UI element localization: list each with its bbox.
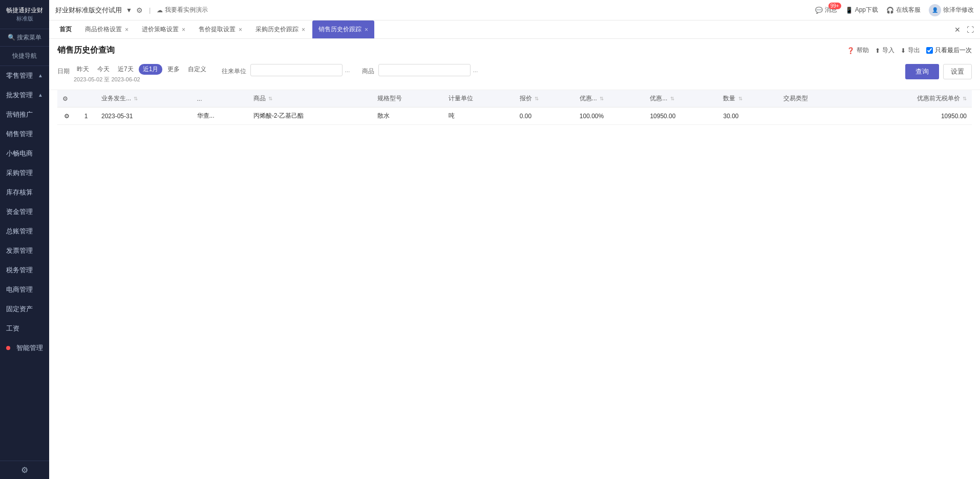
gear-icon[interactable]: ⚙ [62, 95, 68, 102]
gear-icon[interactable]: ⚙ [21, 465, 28, 475]
row-qty: 30.00 [718, 107, 778, 125]
user-name: 徐泽华修改 [943, 6, 974, 14]
sidebar-item-wholesale[interactable]: 批发管理 ▲ [0, 85, 49, 105]
col-discount2[interactable]: 优惠... ⇅ [645, 90, 718, 107]
last-only-checkbox[interactable] [926, 47, 933, 54]
col-price[interactable]: 报价 ⇅ [515, 90, 574, 107]
date-btn-more[interactable]: 更多 [164, 64, 183, 75]
quick-nav-label[interactable]: 快捷导航 [0, 49, 49, 63]
divider: | [149, 6, 151, 14]
tabbar: 首页 商品价格设置 × 进价策略设置 × 售价提取设置 × 采购历史价跟踪 × … [49, 20, 980, 39]
row-gear[interactable]: ⚙ [57, 107, 76, 125]
settings-button[interactable]: 设置 [943, 64, 972, 79]
sidebar-item-purchase[interactable]: 采购管理 [0, 163, 49, 183]
help-btn[interactable]: ❓ 帮助 [847, 46, 869, 55]
module-dropdown[interactable]: ▼ [126, 7, 132, 14]
close-icon[interactable]: × [182, 26, 185, 33]
query-button[interactable]: 查询 [905, 64, 939, 79]
export-icon: ⬇ [901, 47, 906, 54]
date-btn-last7[interactable]: 近7天 [115, 64, 137, 75]
sidebar-item-marketing[interactable]: 营销推广 [0, 105, 49, 124]
goods-filter-group: 商品 ... [362, 64, 478, 78]
goods-more[interactable]: ... [473, 67, 478, 74]
export-label: 导出 [908, 46, 920, 55]
user-profile[interactable]: 👤 徐泽华修改 [929, 4, 974, 16]
date-btn-today[interactable]: 今天 [94, 64, 113, 75]
tab-sale-extract[interactable]: 售价提取设置 × [193, 20, 248, 39]
close-icon[interactable]: × [239, 26, 242, 33]
col-biz-date[interactable]: 业务发生... ⇅ [96, 90, 192, 107]
topbar-settings-icon[interactable]: ⚙ [136, 6, 143, 14]
search-label: 搜索菜单 [17, 34, 41, 41]
sort-icon: ⇅ [670, 96, 674, 101]
date-btn-custom[interactable]: 自定义 [185, 64, 209, 75]
table-container: ⚙ 业务发生... ⇅ ... 商品 ⇅ [49, 90, 980, 125]
col-qty[interactable]: 数量 ⇅ [718, 90, 778, 107]
search-icon: 🔍 [8, 34, 15, 41]
col-label: 业务发生... [101, 95, 131, 102]
date-btn-yesterday[interactable]: 昨天 [74, 64, 92, 75]
sidebar-item-label: 工资 [6, 324, 19, 333]
sidebar-item-ecommerce[interactable]: 电商管理 [0, 280, 49, 299]
sidebar-item-sales[interactable]: 销售管理 [0, 124, 49, 144]
from-unit-input[interactable] [250, 64, 343, 76]
goods-label: 商品 [362, 64, 374, 78]
quick-nav: 快捷导航 [0, 47, 49, 66]
import-label: 导入 [882, 46, 894, 55]
sidebar-item-label: 采购管理 [6, 168, 33, 178]
sidebar-item-tax[interactable]: 税务管理 [0, 260, 49, 280]
sidebar-item-finance[interactable]: 资金管理 [0, 202, 49, 222]
sidebar-item-fixed-assets[interactable]: 固定资产 [0, 299, 49, 319]
current-module-title: 好业财标准版交付试用 [55, 6, 122, 15]
close-icon[interactable]: × [125, 26, 129, 33]
app-download-action[interactable]: 📱 App下载 [845, 6, 878, 14]
message-action[interactable]: 💬 消息 99+ [815, 6, 837, 14]
demo-link[interactable]: ☁ 我要看实例演示 [157, 6, 208, 14]
sidebar-item-retail[interactable]: 零售管理 ▲ [0, 66, 49, 85]
sidebar-item-label: 资金管理 [6, 207, 33, 216]
date-filter-group: 日期 昨天 今天 近7天 近1月 更多 自定义 2023-05-02 至 202… [57, 64, 209, 83]
sidebar-search[interactable]: 🔍 搜索菜单 [0, 29, 49, 47]
col-more[interactable]: ... [192, 90, 248, 107]
sidebar-item-label: 营销推广 [6, 110, 33, 119]
tab-home[interactable]: 首页 [53, 20, 78, 39]
export-btn[interactable]: ⬇ 导出 [901, 46, 920, 55]
import-icon: ⬆ [875, 47, 880, 54]
online-service-label: 在线客服 [896, 6, 921, 14]
online-service-action[interactable]: 🎧 在线客服 [886, 6, 921, 14]
goods-input[interactable] [378, 64, 471, 76]
tab-label: 进价策略设置 [142, 25, 179, 34]
col-label: 规格型号 [377, 95, 402, 102]
tab-purchase-strategy[interactable]: 进价策略设置 × [136, 20, 191, 39]
tab-sale-history[interactable]: 销售历史价跟踪 × [312, 20, 374, 39]
sidebar-item-label: 库存核算 [6, 188, 33, 197]
from-unit-more[interactable]: ... [345, 67, 350, 74]
col-goods[interactable]: 商品 ⇅ [248, 90, 372, 107]
date-btn-last1m[interactable]: 近1月 [139, 64, 163, 75]
tab-label: 首页 [59, 25, 72, 34]
col-label: 优惠前无税单价 [917, 95, 960, 102]
topbar: 好业财标准版交付试用 ▼ ⚙ | ☁ 我要看实例演示 💬 消息 99+ 📱 Ap… [49, 0, 980, 20]
col-pretax-price[interactable]: 优惠前无税单价 ⇅ [849, 90, 972, 107]
sidebar-item-label: 小畅电商 [6, 149, 33, 158]
tab-purchase-history[interactable]: 采购历史价跟踪 × [249, 20, 311, 39]
maximize-tab-btn[interactable]: ⛶ [965, 24, 976, 36]
close-icon[interactable]: × [365, 26, 368, 33]
close-icon[interactable]: × [302, 26, 305, 33]
row-spec: 散水 [372, 107, 443, 125]
close-tab-btn[interactable]: ✕ [952, 24, 963, 36]
col-unit: 计量单位 [443, 90, 515, 107]
sidebar-item-ecommerce-small[interactable]: 小畅电商 [0, 144, 49, 163]
sidebar-item-label: 固定资产 [6, 304, 33, 314]
sidebar-item-accounting[interactable]: 总账管理 [0, 222, 49, 241]
sidebar-item-salary[interactable]: 工资 [0, 319, 49, 338]
tab-price[interactable]: 商品价格设置 × [79, 20, 135, 39]
sidebar-item-label: 销售管理 [6, 129, 33, 139]
sidebar-item-invoice[interactable]: 发票管理 [0, 241, 49, 260]
import-btn[interactable]: ⬆ 导入 [875, 46, 894, 55]
col-discount1[interactable]: 优惠... ⇅ [574, 90, 645, 107]
sidebar-item-inventory[interactable]: 库存核算 [0, 183, 49, 202]
sidebar-item-smart[interactable]: 智能管理 [0, 338, 49, 358]
row-pretax-price: 10950.00 [849, 107, 972, 125]
app-download-label: App下载 [855, 6, 878, 14]
